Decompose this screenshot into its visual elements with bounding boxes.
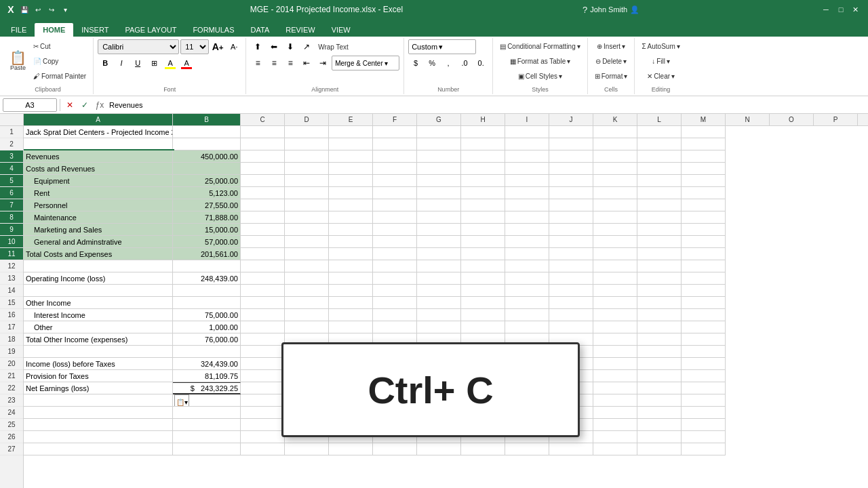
cell-A8[interactable]: Maintenance <box>24 211 173 224</box>
cell-G27[interactable] <box>417 443 461 455</box>
col-header-D[interactable]: D <box>285 114 329 125</box>
cell-C16[interactable] <box>241 309 285 321</box>
cell-J15[interactable] <box>549 297 593 309</box>
cell-L10[interactable] <box>637 236 682 248</box>
cell-L19[interactable] <box>637 346 682 358</box>
tab-insert[interactable]: INSERT <box>73 23 117 37</box>
cell-K24[interactable] <box>593 407 637 419</box>
cell-B18[interactable]: 76,000.00 <box>173 333 241 346</box>
cell-A3[interactable]: Revenues <box>24 150 173 163</box>
cell-G15[interactable] <box>417 297 461 309</box>
row-num-26[interactable]: 26 <box>0 431 23 443</box>
cell-K15[interactable] <box>593 297 637 309</box>
cell-I5[interactable] <box>505 175 549 187</box>
cell-K25[interactable] <box>593 419 637 431</box>
cell-E10[interactable] <box>329 236 373 248</box>
col-header-I[interactable]: I <box>505 114 549 125</box>
cell-K21[interactable] <box>593 370 637 382</box>
cell-H9[interactable] <box>461 224 505 236</box>
cell-J11[interactable] <box>549 248 593 260</box>
cell-M26[interactable] <box>682 431 726 443</box>
col-header-J[interactable]: J <box>549 114 593 125</box>
cell-K3[interactable] <box>593 150 637 163</box>
cell-D9[interactable] <box>285 224 329 236</box>
cell-L17[interactable] <box>637 321 682 333</box>
cell-H16[interactable] <box>461 309 505 321</box>
cell-G11[interactable] <box>417 248 461 260</box>
cell-K10[interactable] <box>593 236 637 248</box>
cell-L2[interactable] <box>637 138 682 150</box>
align-right-button[interactable]: ≡ <box>283 56 298 70</box>
cell-L21[interactable] <box>637 370 682 382</box>
cell-K5[interactable] <box>593 175 637 187</box>
row-num-25[interactable]: 25 <box>0 419 23 431</box>
cell-K7[interactable] <box>593 199 637 211</box>
cell-M12[interactable] <box>682 260 726 272</box>
row-num-7[interactable]: 7 <box>0 199 23 211</box>
cell-A10[interactable]: General and Adminstrative <box>24 236 173 248</box>
cell-M10[interactable] <box>682 236 726 248</box>
customize-qat-icon[interactable]: ▾ <box>60 4 71 15</box>
cell-C24[interactable] <box>241 407 285 419</box>
cell-M1[interactable] <box>682 126 726 138</box>
row-num-12[interactable]: 12 <box>0 260 23 272</box>
cell-C19[interactable] <box>241 346 285 358</box>
tab-home[interactable]: HOME <box>35 23 73 37</box>
cell-L1[interactable] <box>637 126 682 138</box>
row-num-22[interactable]: 22 <box>0 382 23 394</box>
cell-B9[interactable]: 15,000.00 <box>173 224 241 236</box>
cell-D15[interactable] <box>285 297 329 309</box>
cell-C2[interactable] <box>241 138 285 150</box>
increase-decimal-button[interactable]: .0 <box>457 56 472 70</box>
cell-A16[interactable]: Interest Income <box>24 309 173 321</box>
row-num-3[interactable]: 3 <box>0 150 23 163</box>
cell-M8[interactable] <box>682 211 726 224</box>
row-num-18[interactable]: 18 <box>0 333 23 346</box>
cell-L7[interactable] <box>637 199 682 211</box>
tab-formulas[interactable]: FORMULAS <box>184 23 242 37</box>
conditional-formatting-button[interactable]: ▤ Conditional Formatting ▾ <box>497 39 583 53</box>
confirm-formula-icon[interactable]: ✓ <box>78 98 92 112</box>
cell-I1[interactable] <box>505 126 549 138</box>
cell-H5[interactable] <box>461 175 505 187</box>
cell-F14[interactable] <box>373 285 417 297</box>
close-button[interactable]: ✕ <box>849 3 863 16</box>
cell-C12[interactable] <box>241 260 285 272</box>
cell-C23[interactable] <box>241 394 285 407</box>
cell-E15[interactable] <box>329 297 373 309</box>
undo-icon[interactable]: ↩ <box>33 4 43 15</box>
cell-I10[interactable] <box>505 236 549 248</box>
cell-F12[interactable] <box>373 260 417 272</box>
align-top-button[interactable]: ⬆ <box>250 39 265 54</box>
cell-H14[interactable] <box>461 285 505 297</box>
cell-E3[interactable] <box>329 150 373 163</box>
cell-B6[interactable]: 5,123.00 <box>173 187 241 199</box>
cell-J14[interactable] <box>549 285 593 297</box>
cell-B14[interactable] <box>173 285 241 297</box>
underline-button[interactable]: U <box>130 56 145 70</box>
cell-H15[interactable] <box>461 297 505 309</box>
row-num-2[interactable]: 2 <box>0 138 23 150</box>
cell-C27[interactable] <box>241 443 285 455</box>
cell-I13[interactable] <box>505 272 549 285</box>
cell-K23[interactable] <box>593 394 637 407</box>
cell-G16[interactable] <box>417 309 461 321</box>
cell-F3[interactable] <box>373 150 417 163</box>
cell-K22[interactable] <box>593 382 637 394</box>
cell-M25[interactable] <box>682 419 726 431</box>
cell-C6[interactable] <box>241 187 285 199</box>
row-num-9[interactable]: 9 <box>0 224 23 236</box>
col-header-E[interactable]: E <box>329 114 373 125</box>
cell-J16[interactable] <box>549 309 593 321</box>
increase-font-size-button[interactable]: A+ <box>210 39 225 54</box>
cell-L22[interactable] <box>637 382 682 394</box>
cell-G3[interactable] <box>417 150 461 163</box>
cell-F2[interactable] <box>373 138 417 150</box>
cancel-formula-icon[interactable]: ✕ <box>63 98 77 112</box>
row-num-21[interactable]: 21 <box>0 370 23 382</box>
cell-K16[interactable] <box>593 309 637 321</box>
cell-M3[interactable] <box>682 150 726 163</box>
cell-K9[interactable] <box>593 224 637 236</box>
cell-A1[interactable]: Jack Sprat Diet Centers - Projected Inco… <box>24 126 173 138</box>
cell-A6[interactable]: Rent <box>24 187 173 199</box>
